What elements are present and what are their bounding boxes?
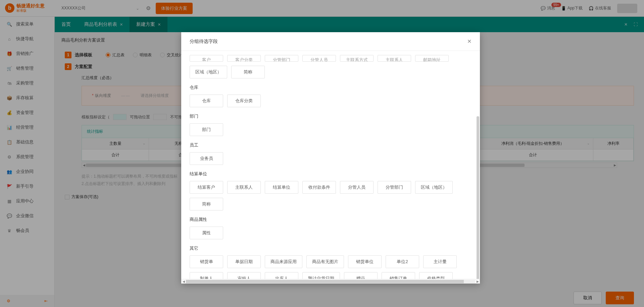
group-title: 商品属性 [190,217,472,223]
modal-title: 分组待选字段 [190,39,218,45]
field-chip[interactable]: 仓库 [190,95,223,107]
field-chip[interactable]: 分管人员 [340,181,374,194]
field-chip[interactable]: 销售订单 [382,272,415,279]
v-scrollbar[interactable] [477,51,479,279]
scroll-left-icon[interactable]: ◀ [181,280,186,283]
scroll-thumb[interactable] [477,116,479,279]
field-chip[interactable]: 审核人 [227,272,261,279]
field-chip[interactable]: 主联系方式 [340,55,374,62]
field-chip[interactable]: 区域（地区） [190,66,227,78]
group-title: 其它 [190,245,472,251]
modal-body: 客户 客户分类 分管部门 分管人员 主联系方式 主联系人 邮箱地址 区域（地区）… [181,51,480,279]
field-chip[interactable]: 简称 [231,66,265,78]
field-modal: 分组待选字段 ✕ 客户 客户分类 分管部门 分管人员 主联系方式 主联系人 邮箱… [181,32,480,284]
group-cut: 客户 客户分类 分管部门 分管人员 主联系方式 主联系人 邮箱地址 区域（地区）… [190,55,472,78]
scroll-right-icon[interactable]: ▶ [475,280,480,283]
field-chip[interactable]: 主联系人 [378,55,411,62]
field-chip[interactable]: 制单人 [190,272,223,279]
group-warehouse: 仓库 仓库 仓库分类 [190,84,472,107]
field-chip[interactable]: 分管部门 [265,55,298,62]
group-other: 其它 销货单 单据日期 商品来源应用 商品有无图片 销货单位 单位2 主计量 制… [190,245,472,279]
field-chip[interactable]: 商品有无图片 [306,255,344,268]
field-chip[interactable]: 销货单位 [348,255,382,268]
field-chip[interactable]: 价格类型 [419,272,453,279]
group-dept: 部门 部门 [190,113,472,136]
field-chip[interactable]: 分管部门 [378,181,411,194]
field-chip[interactable]: 业务员 [190,152,223,165]
field-chip[interactable]: 单位2 [386,255,419,268]
field-chip[interactable]: 赠品 [344,272,378,279]
field-chip[interactable]: 结算客户 [190,181,223,194]
modal-header: 分组待选字段 ✕ [181,32,480,51]
modal-h-scrollbar[interactable]: ◀ ▶ [181,279,480,284]
field-chip[interactable]: 收付款条件 [302,181,336,194]
field-chip[interactable]: 出库人 [265,272,298,279]
field-chip[interactable]: 邮箱地址 [415,55,449,62]
group-title: 结算单位 [190,171,472,177]
group-title: 仓库 [190,84,472,90]
field-chip[interactable]: 结算单位 [265,181,298,194]
field-chip[interactable]: 主联系人 [227,181,261,194]
field-chip[interactable]: 区域（地区） [415,181,453,194]
group-title: 部门 [190,113,472,119]
field-chip[interactable]: 部门 [190,123,223,136]
field-chip[interactable]: 属性 [190,227,223,239]
field-chip[interactable]: 商品来源应用 [265,255,302,268]
group-title: 员工 [190,142,472,148]
group-attr: 商品属性 属性 [190,217,472,239]
close-icon[interactable]: ✕ [467,38,472,45]
group-settle: 结算单位 结算客户 主联系人 结算单位 收付款条件 分管人员 分管部门 区域（地… [190,171,472,210]
field-chip[interactable]: 预计交货日期 [302,272,340,279]
field-chip[interactable]: 客户 [190,55,223,62]
field-chip[interactable]: 仓库分类 [227,95,261,107]
field-chip[interactable]: 单据日期 [227,255,261,268]
field-chip[interactable]: 销货单 [190,255,223,268]
group-emp: 员工 业务员 [190,142,472,165]
field-chip[interactable]: 主计量 [423,255,457,268]
scroll-thumb[interactable] [186,280,464,283]
field-chip[interactable]: 分管人员 [302,55,336,62]
field-chip[interactable]: 简称 [190,198,223,210]
field-chip[interactable]: 客户分类 [227,55,261,62]
